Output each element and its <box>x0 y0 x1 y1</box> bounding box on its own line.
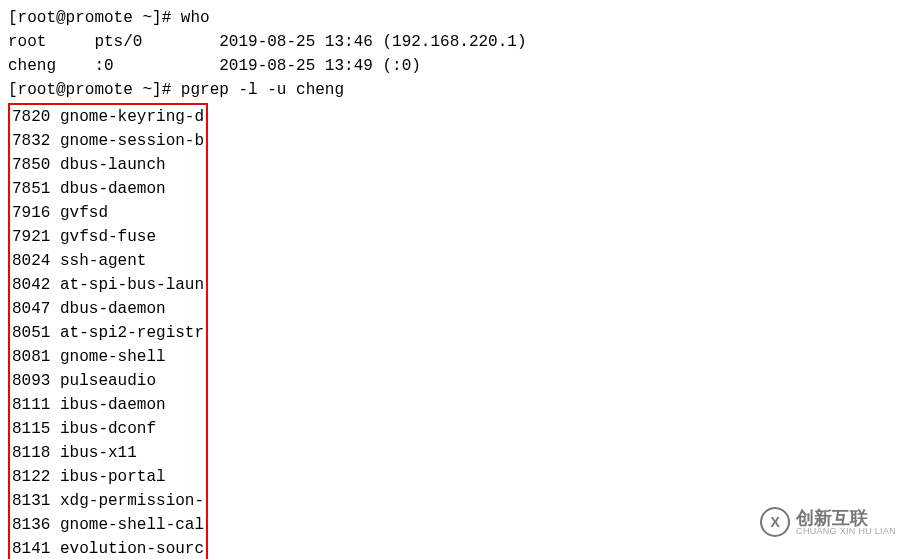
prompt-line-2: [root@promote ~]# pgrep -l -u cheng <box>8 78 900 102</box>
shell-prompt: [root@promote ~]# <box>8 9 181 27</box>
watermark: X 创新互联 CHUANG XIN HU LIAN <box>760 507 896 537</box>
prompt-line-1: [root@promote ~]# who <box>8 6 900 30</box>
process-row: 8047 dbus-daemon <box>12 297 204 321</box>
process-row: 8024 ssh-agent <box>12 249 204 273</box>
highlight-box: 7820 gnome-keyring-d7832 gnome-session-b… <box>8 103 208 559</box>
watermark-text: 创新互联 CHUANG XIN HU LIAN <box>796 509 896 536</box>
process-row: 8111 ibus-daemon <box>12 393 204 417</box>
process-row: 8042 at-spi-bus-laun <box>12 273 204 297</box>
watermark-logo-icon: X <box>760 507 790 537</box>
who-output-row: root pts/0 2019-08-25 13:46 (192.168.220… <box>8 30 900 54</box>
watermark-main: 创新互联 <box>796 509 896 527</box>
command-who: who <box>181 9 210 27</box>
process-row: 8118 ibus-x11 <box>12 441 204 465</box>
process-row: 8131 xdg-permission- <box>12 489 204 513</box>
process-row: 8081 gnome-shell <box>12 345 204 369</box>
process-row: 8122 ibus-portal <box>12 465 204 489</box>
watermark-sub: CHUANG XIN HU LIAN <box>796 527 896 536</box>
process-row: 8051 at-spi2-registr <box>12 321 204 345</box>
process-row: 7832 gnome-session-b <box>12 129 204 153</box>
process-row: 8115 ibus-dconf <box>12 417 204 441</box>
process-row: 8141 evolution-sourc <box>12 537 204 559</box>
who-output-row: cheng :0 2019-08-25 13:49 (:0) <box>8 54 900 78</box>
process-row: 7820 gnome-keyring-d <box>12 105 204 129</box>
process-row: 7916 gvfsd <box>12 201 204 225</box>
command-pgrep: pgrep -l -u cheng <box>181 81 344 99</box>
process-row: 7851 dbus-daemon <box>12 177 204 201</box>
process-row: 7850 dbus-launch <box>12 153 204 177</box>
process-row: 8093 pulseaudio <box>12 369 204 393</box>
shell-prompt: [root@promote ~]# <box>8 81 181 99</box>
process-row: 8136 gnome-shell-cal <box>12 513 204 537</box>
process-list: 7820 gnome-keyring-d7832 gnome-session-b… <box>12 105 204 559</box>
process-row: 7921 gvfsd-fuse <box>12 225 204 249</box>
